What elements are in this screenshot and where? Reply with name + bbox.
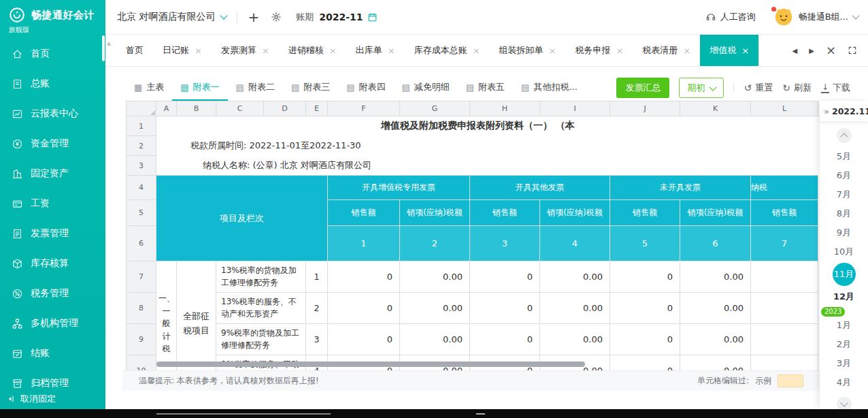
settings-gear-icon[interactable] [271, 12, 282, 22]
value-cell[interactable]: 0 [470, 324, 540, 355]
tab-purchase-sale-audit[interactable]: 进销稽核× [279, 35, 346, 66]
sheet-period-cell[interactable]: 税款所属时间: 2022-11-01至2022-11-30 [156, 136, 818, 156]
col-header[interactable]: L [751, 101, 818, 116]
period-value[interactable]: 2022-11 [319, 12, 363, 22]
sidebar-item-tax[interactable]: 税务管理 [0, 278, 105, 308]
sidebar-item-ledger[interactable]: 总账 [0, 69, 105, 99]
value-cell[interactable] [751, 293, 818, 324]
tab-tax-register[interactable]: 税表清册× [633, 35, 700, 66]
add-account-button[interactable]: + [248, 10, 259, 24]
close-icon[interactable]: × [616, 46, 623, 56]
value-cell[interactable]: 0 [610, 355, 680, 371]
subtab-main-sheet[interactable]: ▦主表 [126, 75, 172, 101]
row-header[interactable]: 8 [127, 293, 156, 324]
collapse-panel-icon[interactable]: » [824, 106, 829, 116]
value-cell[interactable]: 0.00 [400, 293, 470, 324]
header-sub-cell[interactable]: 销项(应纳)税额 [680, 200, 751, 226]
opening-balance-button[interactable]: 期初 [679, 78, 724, 98]
line-number-cell[interactable]: 2 [306, 293, 328, 324]
subtab-schedule-1-active[interactable]: ▤附表一 [172, 75, 227, 101]
refresh-button[interactable]: ↻刷新 [782, 82, 812, 94]
month-item[interactable]: 8月 [820, 204, 868, 223]
subtab-schedule-2[interactable]: ▤附表二 [228, 75, 283, 101]
subtab-schedule-5[interactable]: ▤附表五 [458, 75, 513, 101]
invoice-summary-button[interactable]: 发票汇总 [616, 78, 669, 98]
tab-home[interactable]: 首页 [116, 35, 153, 66]
calendar-icon[interactable] [367, 12, 378, 22]
header-colnum-cell[interactable]: 2 [400, 226, 470, 261]
fullscreen-icon[interactable] [848, 46, 857, 55]
select-all-corner[interactable] [127, 101, 156, 116]
close-icon[interactable]: × [741, 46, 749, 56]
header-colnum-cell[interactable]: 7 [751, 226, 818, 261]
header-group-cell[interactable]: 开具增值税专用发票 [328, 176, 470, 200]
month-item[interactable]: 12月 [820, 287, 868, 306]
month-item[interactable]: 3月 [820, 354, 868, 373]
header-sub-cell[interactable]: 销项(应纳)税额 [540, 200, 610, 226]
header-colnum-cell[interactable]: 3 [470, 226, 540, 261]
value-cell[interactable]: 0.00 [400, 261, 470, 293]
value-cell[interactable]: 0 [610, 324, 680, 355]
col-header[interactable]: I [540, 101, 610, 116]
value-cell[interactable]: 0 [328, 324, 400, 355]
header-group-cell[interactable]: 未开具发票 [610, 176, 751, 200]
row-header[interactable]: 4 [127, 176, 156, 200]
subtab-reduction-detail[interactable]: ▤减免明细 [393, 75, 457, 101]
sidebar-item-salary[interactable]: 工资 [0, 189, 105, 219]
item-name-cell[interactable]: 9%税率的货物及加工修理修配劳务 [216, 324, 306, 355]
sidebar-item-inventory[interactable]: 库存核算 [0, 248, 105, 278]
value-cell[interactable] [751, 261, 818, 293]
month-item[interactable]: 2月 [820, 335, 868, 354]
col-header[interactable]: J [610, 101, 680, 116]
avatar[interactable] [774, 7, 793, 27]
col-header[interactable]: E [306, 101, 328, 116]
sidebar-item-invoices[interactable]: 发票管理 [0, 219, 105, 248]
col-header[interactable]: K [680, 101, 751, 116]
row-header[interactable]: 3 [127, 156, 156, 176]
sidebar-item-closing[interactable]: 结账 [0, 338, 105, 368]
header-group-cell[interactable]: 开具其他发票 [470, 176, 610, 200]
value-cell[interactable]: 0 [470, 261, 540, 293]
unpin-sidebar-button[interactable]: 取消固定 [7, 393, 56, 405]
header-sub-cell[interactable]: 销售额 [470, 200, 540, 226]
value-cell[interactable]: 0.00 [540, 261, 610, 293]
sidebar-item-multi-org[interactable]: 多机构管理 [0, 308, 105, 338]
tab-inventory-cost-ledger[interactable]: 库存成本总账× [405, 35, 490, 66]
month-item[interactable]: 7月 [820, 185, 868, 204]
col-header[interactable]: H [470, 101, 540, 116]
download-button[interactable]: ↓下载 [821, 82, 850, 94]
subtab-other-deduction[interactable]: ▤其他扣税... [513, 75, 586, 101]
row-header[interactable]: 9 [127, 324, 156, 355]
sidebar-item-home[interactable]: 首页 [0, 39, 105, 69]
tab-tax-filing[interactable]: 税务申报× [565, 35, 633, 66]
user-menu[interactable]: 畅捷通B组... [799, 11, 858, 23]
sidebar-item-cloud-reports[interactable]: 云报表中心 [0, 99, 105, 129]
consult-button[interactable]: 人工咨询 [705, 11, 756, 23]
header-sub-cell[interactable]: 销售额 [328, 200, 400, 226]
line-number-cell[interactable]: 1 [306, 261, 328, 293]
tab-vat-active[interactable]: 增值税× [700, 35, 758, 66]
value-cell[interactable] [751, 355, 818, 371]
col-header[interactable]: B [177, 101, 216, 116]
row-header[interactable]: 5 [127, 200, 156, 226]
month-scroll-up[interactable] [837, 128, 852, 143]
close-icon[interactable]: × [473, 46, 480, 56]
close-all-tabs-icon[interactable]: × [826, 44, 836, 57]
tab-scroll-right-icon[interactable]: ▶ [809, 47, 814, 54]
month-item[interactable]: 10月 [820, 242, 868, 261]
value-cell[interactable]: 0.00 [540, 324, 610, 355]
company-dropdown-icon[interactable] [220, 12, 228, 19]
col-header[interactable]: G [400, 101, 470, 116]
header-colnum-cell[interactable]: 6 [680, 226, 751, 261]
close-icon[interactable]: × [195, 46, 202, 56]
month-item[interactable]: 9月 [820, 223, 868, 242]
close-icon[interactable]: × [683, 46, 690, 56]
header-group-cell[interactable]: 纳税 [751, 176, 818, 200]
company-name[interactable]: 北京 对啊酒店有限公司 [117, 11, 215, 23]
sheet-taxpayer-cell[interactable]: 纳税人名称: (公章) 北京 对啊酒店有限公司 [156, 156, 818, 176]
header-colnum-cell[interactable]: 1 [328, 226, 400, 261]
tab-journal[interactable]: 日记账× [153, 35, 212, 66]
item-name-cell[interactable]: 13%税率的服务、不动产和无形资产 [216, 293, 306, 324]
tab-assembly-order[interactable]: 组装拆卸单× [490, 35, 566, 66]
line-number-cell[interactable]: 3 [306, 324, 328, 355]
